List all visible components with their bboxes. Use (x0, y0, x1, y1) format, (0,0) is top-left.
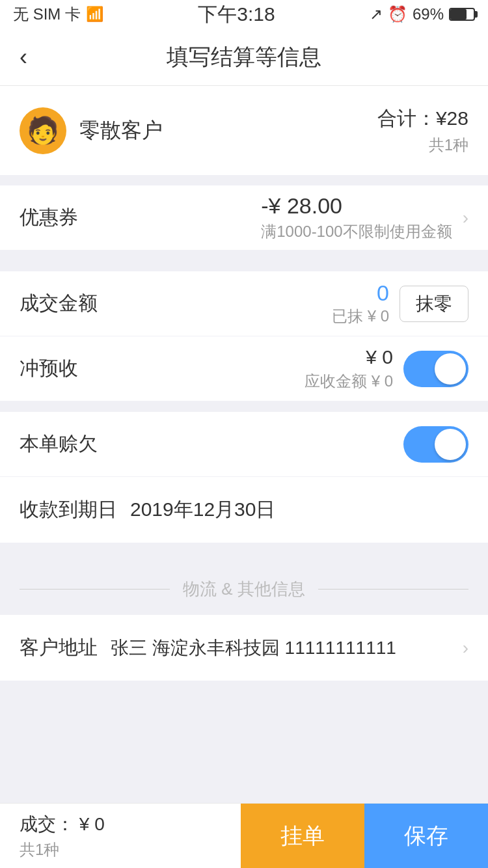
customer-total: 合计：¥28 (377, 105, 468, 132)
deal-amount-row: 成交金额 0 已抹 ¥ 0 抹零 (0, 271, 488, 336)
bottom-deal-label: 成交： (20, 814, 74, 834)
page-title: 填写结算等信息 (167, 42, 321, 72)
due-date-value: 2019年12月30日 (130, 496, 275, 523)
hold-button[interactable]: 挂单 (241, 804, 364, 869)
coupon-label: 优惠券 (20, 204, 78, 231)
logistics-section-header: 物流 & 其他信息 (0, 563, 488, 615)
advance-payment-values: ¥ 0 应收金额 ¥ 0 (305, 346, 393, 392)
customer-summary: 合计：¥28 共1种 (377, 105, 468, 156)
alarm-icon: ⏰ (388, 5, 407, 23)
customer-section: 🧑 零散客户 合计：¥28 共1种 (0, 86, 488, 175)
main-content: 🧑 零散客户 合计：¥28 共1种 优惠券 -¥ 28.00 满1000-100… (0, 86, 488, 769)
due-date-row: 收款到期日 2019年12月30日 (0, 477, 488, 543)
deal-amount-value[interactable]: 0 (377, 280, 389, 305)
deal-amount-right: 0 已抹 ¥ 0 抹零 (332, 280, 468, 327)
advance-amount: ¥ 0 (305, 346, 393, 368)
customer-info: 🧑 零散客户 (20, 107, 163, 154)
address-label: 客户地址 (20, 634, 98, 661)
bottom-summary: 成交： ¥ 0 共1种 (0, 812, 241, 860)
bottom-bar: 成交： ¥ 0 共1种 挂单 保存 (0, 803, 488, 868)
status-time: 下午3:18 (198, 1, 275, 28)
advance-payment-label: 冲预收 (20, 355, 78, 382)
toggle-circle (435, 353, 466, 385)
battery-icon (449, 8, 475, 21)
section-divider-2 (0, 401, 488, 412)
coupon-subtext: 满1000-100不限制使用金额 (261, 221, 452, 242)
deal-amount-label: 成交金额 (20, 290, 98, 317)
section-divider-3 (0, 553, 488, 563)
bottom-count: 共1种 (20, 839, 221, 860)
divider-line-left (20, 589, 170, 590)
customer-count: 共1种 (377, 135, 468, 156)
bottom-deal-amount: ¥ 0 (79, 814, 105, 834)
customer-name: 零散客户 (79, 116, 163, 145)
debt-toggle-circle (435, 429, 466, 460)
wifi-icon: 📶 (86, 6, 103, 23)
logistics-text: 物流 & 其他信息 (183, 578, 305, 601)
divider-line-right (318, 589, 468, 590)
status-right: ↗ ⏰ 69% (370, 5, 475, 23)
bottom-deal-line: 成交： ¥ 0 (20, 812, 221, 837)
save-button[interactable]: 保存 (364, 804, 488, 869)
section-divider-1 (0, 261, 488, 271)
round-zero-button[interactable]: 抹零 (400, 286, 468, 322)
customer-avatar: 🧑 (20, 107, 66, 154)
nav-bar: ‹ 填写结算等信息 (0, 29, 488, 86)
address-row[interactable]: 客户地址 张三 海淀永丰科技园 11111111111 › (0, 615, 488, 681)
debt-row: 本单赊欠 (0, 412, 488, 477)
coupon-discount: -¥ 28.00 (261, 193, 452, 219)
back-button[interactable]: ‹ (20, 44, 27, 71)
coupon-row[interactable]: 优惠券 -¥ 28.00 满1000-100不限制使用金额 › (0, 185, 488, 251)
due-date-label: 收款到期日 (20, 496, 117, 523)
battery-percent: 69% (413, 5, 444, 23)
deal-amount-sub: 已抹 ¥ 0 (332, 306, 389, 327)
advance-payment-toggle[interactable] (403, 351, 468, 387)
debt-label: 本单赊欠 (20, 431, 98, 457)
coupon-right: -¥ 28.00 满1000-100不限制使用金额 › (261, 193, 468, 242)
coupon-chevron: › (463, 208, 468, 228)
advance-sub: 应收金额 ¥ 0 (305, 371, 393, 392)
status-left: 无 SIM 卡 📶 (13, 4, 103, 25)
debt-toggle[interactable] (403, 426, 468, 463)
advance-payment-row: 冲预收 ¥ 0 应收金额 ¥ 0 (0, 336, 488, 401)
debt-right (403, 426, 468, 463)
address-value: 张三 海淀永丰科技园 11111111111 (111, 636, 456, 660)
advance-payment-right: ¥ 0 应收金额 ¥ 0 (305, 346, 468, 392)
carrier-text: 无 SIM 卡 (13, 4, 81, 25)
location-icon: ↗ (370, 5, 383, 23)
status-bar: 无 SIM 卡 📶 下午3:18 ↗ ⏰ 69% (0, 0, 488, 29)
avatar-icon: 🧑 (27, 115, 59, 146)
address-chevron: › (463, 638, 468, 658)
